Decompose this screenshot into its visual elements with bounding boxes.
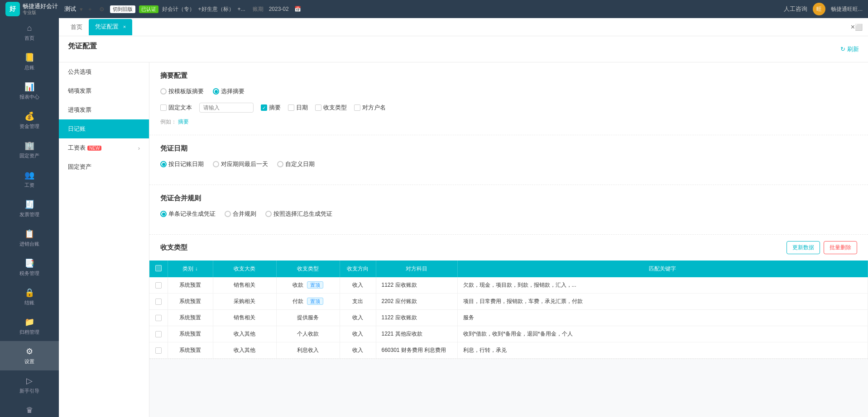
checkbox-income-type[interactable]: 收支类型 xyxy=(315,104,347,112)
dropdown-arrow[interactable]: ▾ xyxy=(80,6,83,13)
user-name[interactable]: 畅捷通旺旺... xyxy=(831,5,863,13)
td-direction-1: 收入 xyxy=(340,277,376,294)
th-category: 类别 ↓ xyxy=(168,261,213,277)
checkbox-summary[interactable]: ✓ 摘要 xyxy=(261,104,281,112)
td-direction-2: 支出 xyxy=(340,294,376,310)
td-account-3: 1122 应收账款 xyxy=(376,310,457,326)
income-expense-section: 收支类型 更新数据 批量删除 xyxy=(149,235,868,359)
checkbox-box-counterpart xyxy=(354,104,360,111)
income-expense-table: 类别 ↓ 收支大类 收支类型 收支方向 对方科目 匹配关键字 xyxy=(149,261,868,359)
sidebar-item-member[interactable]: ♛ 畅会员 xyxy=(0,400,59,417)
batch-delete-btn[interactable]: 批量删除 xyxy=(824,241,857,254)
row-checkbox-4[interactable] xyxy=(155,331,162,337)
th-checkbox[interactable] xyxy=(149,261,168,277)
td-direction-5: 收入 xyxy=(340,342,376,359)
merge-radio-total[interactable]: 按照选择汇总生成凭证 xyxy=(265,210,332,218)
td-check-3[interactable] xyxy=(149,310,168,326)
tab-close-btn[interactable]: × xyxy=(123,24,126,29)
closing-icon: 🔒 xyxy=(24,288,34,298)
tab-home[interactable]: 首页 xyxy=(64,19,89,35)
sidebar-item-closing[interactable]: 🔒 结账 xyxy=(0,282,59,312)
td-category-4: 系统预置 xyxy=(168,326,213,342)
date-radio-custom[interactable]: 自定义日期 xyxy=(277,160,315,168)
sidebar-label-reports: 报表中心 xyxy=(19,94,39,100)
window-close-btn[interactable]: × xyxy=(851,23,855,31)
row-checkbox-1[interactable] xyxy=(155,282,162,289)
summary-radio-template[interactable]: 按模板版摘要 xyxy=(160,87,204,95)
checkbox-date[interactable]: 日期 xyxy=(288,104,308,112)
help-label[interactable]: 人工咨询 xyxy=(784,5,807,13)
sidebar-item-purchase-sales[interactable]: 📋 进销台账 xyxy=(0,223,59,253)
checkbox-fixed-text[interactable]: 固定文本 xyxy=(160,104,192,112)
td-account-2: 2202 应付账款 xyxy=(376,294,457,310)
checkbox-counterpart[interactable]: 对方户名 xyxy=(354,104,386,112)
income-expense-table-container: 类别 ↓ 收支大类 收支类型 收支方向 对方科目 匹配关键字 xyxy=(149,261,868,359)
row-checkbox-3[interactable] xyxy=(155,315,162,321)
td-check-4[interactable] xyxy=(149,326,168,342)
fixed-text-input[interactable] xyxy=(199,103,254,113)
sidebar-item-guide[interactable]: ▷ 新手引导 xyxy=(0,370,59,400)
member-icon: ♛ xyxy=(26,405,33,415)
left-nav-journal[interactable]: 日记账 xyxy=(59,119,149,138)
left-nav-purchase-invoice[interactable]: 进项发票 xyxy=(59,100,149,119)
sidebar-item-home[interactable]: ⌂ 首页 xyxy=(0,18,59,47)
sidebar-item-fund[interactable]: 💰 资金管理 xyxy=(0,106,59,135)
radio-circle-single xyxy=(160,211,167,217)
reports-icon: 📊 xyxy=(24,82,34,92)
summary-checkbox-group: 固定文本 ✓ 摘要 日期 xyxy=(160,103,857,113)
merge-radio-rule[interactable]: 合并规则 xyxy=(225,210,256,218)
sidebar-label-settings: 设置 xyxy=(24,358,34,365)
sidebar-item-general-ledger[interactable]: 📒 总账 xyxy=(0,47,59,76)
th-direction: 收支方向 xyxy=(340,261,376,277)
sidebar-item-payroll[interactable]: 👥 工资 xyxy=(0,165,59,194)
radio-circle-select xyxy=(213,88,219,95)
window-maximize-btn[interactable]: ⬜ xyxy=(855,24,863,31)
radio-circle-rule xyxy=(225,211,231,217)
refresh-btn[interactable]: ↻ 刷新 xyxy=(840,45,859,53)
sidebar-item-tax[interactable]: 📑 税务管理 xyxy=(0,253,59,282)
table-action-buttons: 更新数据 批量删除 xyxy=(786,241,857,254)
current-file[interactable]: 测试 xyxy=(64,5,76,13)
td-check-1[interactable] xyxy=(149,277,168,294)
user-avatar[interactable]: 旺 xyxy=(813,3,825,15)
merge-title: 凭证合并规则 xyxy=(160,194,857,203)
left-nav-payroll-table[interactable]: 工资表 NEW › xyxy=(59,138,149,157)
page-title: 凭证配置 xyxy=(68,42,97,57)
summary-radio-select[interactable]: 选择摘要 xyxy=(213,87,245,95)
left-nav-fixed-assets[interactable]: 固定资产 xyxy=(59,157,149,176)
checkbox-box-fixed-text xyxy=(160,104,167,111)
td-check-2[interactable] xyxy=(149,294,168,310)
sidebar-item-settings[interactable]: ⚙ 设置 xyxy=(0,341,59,370)
td-keywords-5: 利息，行转，承兑 xyxy=(457,342,868,359)
summary-title: 摘要配置 xyxy=(160,71,857,80)
sidebar-label-archive: 归档管理 xyxy=(19,329,39,336)
left-nav-public[interactable]: 公共选项 xyxy=(59,62,149,81)
date-radio-period-last[interactable]: 对应期间最后一天 xyxy=(213,160,268,168)
merge-radio-single[interactable]: 单条记录生成凭证 xyxy=(160,210,216,218)
update-data-btn[interactable]: 更新数据 xyxy=(786,241,820,254)
fixed-assets-icon: 🏢 xyxy=(24,141,34,151)
period-value: 2023-02 xyxy=(269,6,289,12)
date-radio-journal[interactable]: 按日记账日期 xyxy=(160,160,204,168)
tab-voucher-config[interactable]: 凭证配置 × xyxy=(89,19,132,35)
td-major-5: 收入其他 xyxy=(213,342,276,359)
calendar-icon[interactable]: 📅 xyxy=(294,6,301,12)
top-add-icon[interactable]: + xyxy=(88,6,92,13)
left-nav-sales-invoice[interactable]: 销项发票 xyxy=(59,81,149,100)
checkbox-box-date xyxy=(288,104,294,111)
td-check-5[interactable] xyxy=(149,342,168,359)
switch-old-btn[interactable]: 切到旧版 xyxy=(110,5,135,13)
select-all-checkbox[interactable] xyxy=(155,265,162,271)
row-checkbox-5[interactable] xyxy=(155,347,162,354)
row-checkbox-2[interactable] xyxy=(155,299,162,305)
sidebar-item-archive[interactable]: 📁 归档管理 xyxy=(0,312,59,341)
td-category-5: 系统预置 xyxy=(168,342,213,359)
top-settings-icon[interactable]: ⚙ xyxy=(99,6,105,13)
td-category-1: 系统预置 xyxy=(168,277,213,294)
sidebar-item-invoice[interactable]: 🧾 发票管理 xyxy=(0,194,59,223)
sidebar-item-fixed-assets[interactable]: 🏢 固定资产 xyxy=(0,135,59,165)
payroll-icon: 👥 xyxy=(24,170,34,180)
sidebar-item-reports[interactable]: 📊 报表中心 xyxy=(0,76,59,106)
pin-tag-1: 置顶 xyxy=(307,281,323,289)
table-row: 系统预置 采购相关 付款 置顶 支出 2202 应付账款 项目，日常 xyxy=(149,294,868,310)
